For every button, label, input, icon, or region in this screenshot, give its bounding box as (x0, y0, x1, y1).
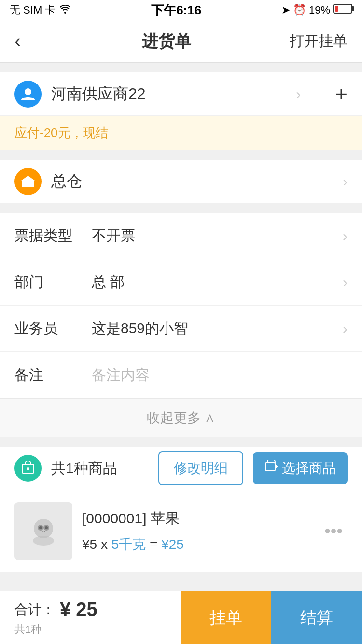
product-title-name: 苹果 (151, 510, 180, 526)
unit-price: ¥5 (82, 537, 97, 552)
status-bar: 无 SIM 卡 下午6:16 ➤ ⏰ 19% (0, 0, 362, 20)
svg-point-13 (39, 526, 42, 529)
alarm-icon: ⏰ (293, 4, 306, 16)
svg-point-10 (33, 536, 54, 546)
equals-sign: = (150, 537, 157, 552)
product-count-text: 共1种商品 (51, 459, 149, 478)
department-row[interactable]: 部门 总 部 › (0, 259, 362, 306)
ticket-type-row[interactable]: 票据类型 不开票 › (0, 213, 362, 259)
total-amount: ¥ 25 (60, 599, 97, 620)
wifi-icon (59, 4, 71, 16)
vertical-divider (320, 82, 320, 106)
ticket-type-value: 不开票 (82, 226, 343, 246)
warehouse-chevron-icon: › (343, 173, 348, 190)
section-divider-3 (0, 203, 362, 213)
supplier-chevron-icon: › (296, 86, 301, 102)
svg-point-14 (45, 526, 48, 529)
payment-hint: 应付-20元，现结 (0, 116, 362, 150)
warehouse-icon (14, 168, 42, 195)
product-price: ¥5 x 5千克 = ¥25 (82, 535, 310, 554)
product-more-button[interactable]: ••• (320, 516, 348, 546)
total-area: 合计： ¥ 25 共1种 (0, 591, 181, 644)
department-value: 总 部 (82, 272, 343, 292)
warehouse-row[interactable]: 总仓 › (0, 160, 362, 203)
back-button[interactable]: ‹ (14, 31, 43, 52)
status-right: ➤ ⏰ 19% (281, 4, 352, 16)
hang-button[interactable]: 挂单 (181, 591, 271, 644)
section-divider-4 (0, 437, 362, 447)
remark-label: 备注 (14, 365, 82, 385)
svg-point-0 (25, 88, 31, 95)
svg-point-5 (27, 467, 29, 470)
salesperson-label: 业务员 (14, 319, 82, 338)
product-code: [0000001] (82, 510, 146, 526)
product-info: [0000001] 苹果 ¥5 x 5千克 = ¥25 (82, 509, 310, 554)
svg-rect-6 (265, 463, 275, 471)
location-icon: ➤ (281, 4, 290, 16)
select-product-icon (265, 460, 278, 477)
status-left: 无 SIM 卡 (10, 3, 71, 17)
bottom-bar: 合计： ¥ 25 共1种 挂单 结算 (0, 591, 362, 644)
collapse-label: 收起更多 ∧ (147, 409, 216, 427)
svg-marker-2 (21, 176, 35, 181)
collapse-bar[interactable]: 收起更多 ∧ (0, 398, 362, 437)
warehouse-section: 总仓 › (0, 160, 362, 203)
form-section: 票据类型 不开票 › 部门 总 部 › 业务员 这是859的小智 › 备注 备注… (0, 213, 362, 398)
select-product-label: 选择商品 (282, 459, 336, 477)
product-thumbnail (14, 502, 72, 560)
product-header: 共1种商品 修改明细 选择商品 (0, 447, 362, 490)
supplier-section: 河南供应商22 › + 应付-20元，现结 (0, 72, 362, 150)
total-count: 共1种 (14, 622, 166, 637)
svg-point-9 (34, 519, 53, 538)
svg-rect-3 (26, 183, 30, 187)
remark-row[interactable]: 备注 备注内容 (0, 352, 362, 398)
product-qty: 5千克 (111, 537, 146, 552)
product-total: ¥25 (161, 537, 184, 552)
checkout-button[interactable]: 结算 (271, 591, 362, 644)
salesperson-row[interactable]: 业务员 这是859的小智 › (0, 306, 362, 352)
salesperson-value: 这是859的小智 (82, 319, 343, 338)
select-product-button[interactable]: 选择商品 (253, 452, 348, 484)
warehouse-name: 总仓 (51, 171, 343, 192)
salesperson-chevron-icon: › (343, 321, 348, 337)
edit-detail-button[interactable]: 修改明细 (158, 451, 243, 485)
supplier-avatar (14, 81, 42, 108)
page-title: 进货单 (142, 30, 191, 53)
battery-percent: 19% (309, 4, 330, 16)
nav-bar: ‹ 进货单 打开挂单 (0, 20, 362, 63)
open-hang-button[interactable]: 打开挂单 (290, 31, 348, 51)
product-name: [0000001] 苹果 (82, 509, 310, 529)
add-supplier-button[interactable]: + (335, 84, 348, 105)
multiply-sign: x (101, 537, 108, 552)
product-item: [0000001] 苹果 ¥5 x 5千克 = ¥25 ••• (0, 490, 362, 572)
battery-icon (333, 4, 352, 16)
ticket-type-label: 票据类型 (14, 226, 82, 246)
ticket-type-chevron-icon: › (343, 228, 348, 244)
section-divider-2 (0, 150, 362, 160)
supplier-name: 河南供应商22 (51, 84, 296, 105)
product-count-icon (14, 455, 42, 482)
supplier-row[interactable]: 河南供应商22 › + (0, 72, 362, 116)
status-time: 下午6:16 (151, 2, 201, 19)
remark-value: 备注内容 (82, 365, 348, 385)
section-divider-1 (0, 63, 362, 72)
total-label: 合计： ¥ 25 (14, 599, 166, 620)
department-label: 部门 (14, 272, 82, 292)
carrier-label: 无 SIM 卡 (10, 3, 56, 17)
department-chevron-icon: › (343, 274, 348, 291)
